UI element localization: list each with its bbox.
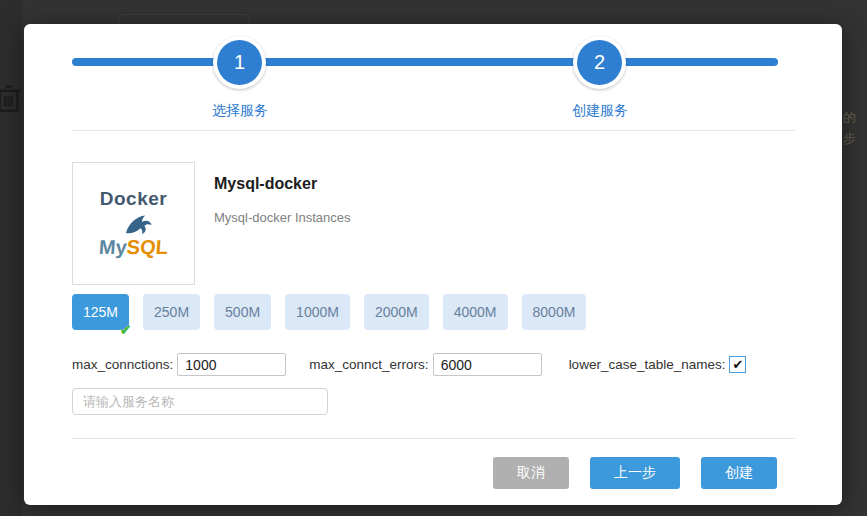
background-sidebar: [0, 0, 22, 516]
max-connect-errors-input[interactable]: [433, 353, 542, 376]
step-wizard: 1 2 选择服务 创建服务: [72, 24, 795, 131]
background-text-fragment: 的: [843, 108, 856, 128]
memory-option-2000m[interactable]: 2000M: [364, 294, 429, 330]
mysql-docker-logo: Docker MySQL: [72, 162, 195, 285]
memory-option-4000m[interactable]: 4000M: [443, 294, 508, 330]
docker-wordmark: Docker: [100, 188, 167, 210]
memory-options: 125M ✔ 250M 500M 1000M 2000M 4000M 8000M: [72, 294, 795, 330]
trash-icon: [0, 82, 22, 117]
memory-option-250m[interactable]: 250M: [143, 294, 200, 330]
max-connections-input[interactable]: [177, 353, 286, 376]
service-name-input[interactable]: [72, 388, 328, 415]
step-1-indicator: 1: [213, 36, 266, 89]
create-button[interactable]: 创建: [701, 457, 777, 489]
service-subtitle: Mysql-docker Instances: [214, 210, 351, 225]
cancel-button[interactable]: 取消: [493, 457, 569, 489]
mysql-wordmark: MySQL: [98, 236, 169, 259]
dialog-footer: 取消 上一步 创建: [72, 457, 795, 489]
memory-option-1000m[interactable]: 1000M: [285, 294, 350, 330]
create-service-dialog: 1 2 选择服务 创建服务 Docker MySQL Mysql-docker …: [24, 24, 842, 505]
step-2-label: 创建服务: [540, 102, 660, 120]
lower-case-table-names-label: lower_case_table_names:: [569, 357, 726, 372]
step-1-label: 选择服务: [180, 102, 300, 120]
parameters-row: max_connctions: max_connct_errors: lower…: [72, 353, 795, 376]
memory-option-125m[interactable]: 125M ✔: [72, 294, 129, 330]
service-title: Mysql-docker: [214, 175, 351, 193]
previous-button[interactable]: 上一步: [590, 457, 680, 489]
step-1-number: 1: [217, 40, 262, 85]
max-connect-errors-label: max_connct_errors:: [309, 357, 428, 372]
lower-case-table-names-checkbox[interactable]: ✔: [729, 356, 746, 373]
check-icon: ✔: [119, 322, 132, 337]
step-2-number: 2: [577, 40, 622, 85]
step-2-indicator: 2: [573, 36, 626, 89]
progress-bar: [72, 58, 778, 66]
max-connections-label: max_connctions:: [72, 357, 173, 372]
memory-option-500m[interactable]: 500M: [214, 294, 271, 330]
background-text-fragment: 步: [843, 129, 856, 149]
memory-option-8000m[interactable]: 8000M: [522, 294, 587, 330]
footer-divider: [72, 438, 795, 439]
service-info: Docker MySQL Mysql-docker Mysql-docker I…: [72, 162, 795, 285]
service-text: Mysql-docker Mysql-docker Instances: [214, 162, 351, 285]
